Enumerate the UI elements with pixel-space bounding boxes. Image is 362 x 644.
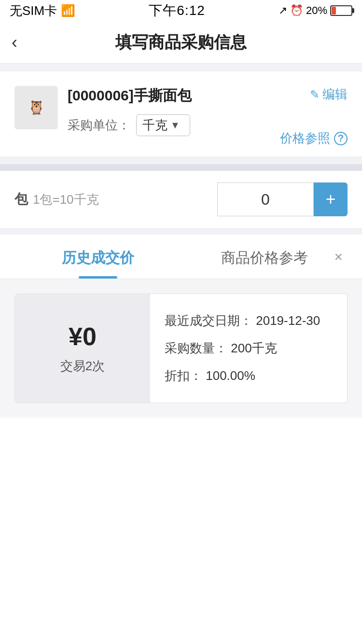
quantity-plus-button[interactable]: +	[314, 182, 348, 216]
tab-price-reference[interactable]: 商品价格参考	[181, 235, 348, 279]
tab-panel: 历史成交价 商品价格参考 × ¥0 交易2次 最近成交日期： 2019-12-3…	[0, 235, 362, 418]
divider-bar	[0, 164, 362, 171]
status-bar: 无SIM卡 📶 下午6:12 ↗ ⏰ 20%	[0, 0, 362, 21]
unit-info: 包 1包=10千克	[14, 190, 99, 209]
unit-select-dropdown[interactable]: 千克 ▼	[136, 114, 190, 136]
quantity-value: 0	[261, 191, 270, 209]
tab-history-price[interactable]: 历史成交价	[14, 235, 181, 279]
history-recent-date-row: 最近成交日期： 2019-12-30	[165, 311, 333, 330]
purchase-unit-row: 采购单位： 千克 ▼	[68, 114, 192, 136]
time-display: 下午6:12	[149, 1, 205, 20]
history-purchase-qty-row: 采购数量： 200千克	[165, 339, 333, 358]
edit-label: 编辑	[322, 86, 348, 103]
quantity-input[interactable]: 0	[217, 182, 314, 216]
page-title: 填写商品采购信息	[115, 31, 247, 54]
history-content: ¥0 交易2次 最近成交日期： 2019-12-30 采购数量： 200千克 折…	[0, 279, 362, 418]
discount-label: 折扣：	[165, 368, 202, 383]
history-card: ¥0 交易2次 最近成交日期： 2019-12-30 采购数量： 200千克 折…	[14, 294, 348, 403]
status-left: 无SIM卡 📶	[10, 2, 75, 19]
wifi-icon: 📶	[61, 4, 75, 17]
recent-date-value: 2019-12-30	[256, 313, 320, 328]
history-price-value: ¥0	[69, 322, 97, 351]
purchase-qty-value: 200千克	[231, 341, 277, 355]
discount-value: 100.00%	[206, 368, 255, 383]
tab-price-ref-label: 商品价格参考	[221, 250, 308, 266]
price-ref-help-icon[interactable]: ?	[334, 132, 348, 145]
product-name: [0000006]手撕面包	[68, 86, 192, 106]
status-right: ↗ ⏰ 20%	[278, 4, 352, 17]
tab-close-button[interactable]: ×	[329, 244, 348, 270]
product-top-row: 🦉 [0000006]手撕面包 采购单位： 千克 ▼ ✎ 编辑 价格参照	[14, 86, 348, 147]
recent-date-label: 最近成交日期：	[165, 313, 252, 328]
chevron-down-icon: ▼	[170, 120, 180, 131]
alarm-icon: ⏰	[290, 4, 303, 17]
plus-icon: +	[325, 189, 335, 210]
edit-button[interactable]: ✎ 编辑	[310, 86, 348, 103]
unit-label: 采购单位：	[68, 117, 130, 134]
quantity-row: 包 1包=10千克 0 +	[0, 171, 362, 228]
page-header: ‹ 填写商品采购信息	[0, 21, 362, 64]
bottom-area	[0, 418, 362, 644]
battery-icon	[330, 5, 352, 16]
history-price-col: ¥0 交易2次	[15, 294, 150, 403]
unit-conversion: 1包=10千克	[33, 191, 99, 208]
quantity-controls: 0 +	[217, 182, 348, 216]
history-trade-count: 交易2次	[60, 358, 105, 375]
battery-percent: 20%	[306, 4, 327, 17]
history-discount-row: 折扣： 100.00%	[165, 366, 333, 385]
product-left: 🦉 [0000006]手撕面包 采购单位： 千克 ▼	[14, 86, 192, 136]
purchase-qty-label: 采购数量：	[165, 341, 227, 355]
unit-value: 千克	[142, 117, 167, 134]
tab-header: 历史成交价 商品价格参考 ×	[0, 235, 362, 279]
edit-icon: ✎	[310, 88, 320, 101]
product-card: 🦉 [0000006]手撕面包 采购单位： 千克 ▼ ✎ 编辑 价格参照	[0, 71, 362, 156]
product-logo-icon: 🦉	[28, 101, 45, 114]
price-ref-row[interactable]: 价格参照 ?	[280, 130, 348, 147]
history-detail-col: 最近成交日期： 2019-12-30 采购数量： 200千克 折扣： 100.0…	[150, 294, 347, 403]
unit-icon: 包	[14, 190, 28, 209]
price-ref-label: 价格参照	[280, 130, 330, 147]
product-thumbnail: 🦉	[14, 86, 58, 129]
location-icon: ↗	[278, 4, 287, 17]
product-info: [0000006]手撕面包 采购单位： 千克 ▼	[68, 86, 192, 136]
back-button[interactable]: ‹	[12, 32, 17, 53]
battery-fill	[332, 7, 336, 14]
signal-text: 无SIM卡	[10, 2, 57, 19]
tab-history-label: 历史成交价	[62, 250, 134, 266]
